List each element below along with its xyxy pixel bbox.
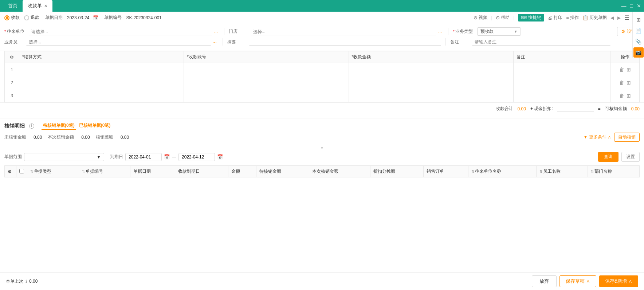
keyboard-icon: ⌨ [521,15,527,20]
summary-input[interactable] [249,38,441,46]
right-panel-doc-btn[interactable]: 📄 [633,26,644,36]
prev-arrow[interactable]: ◀ [610,15,614,20]
minimize-btn[interactable]: — [621,3,627,9]
filter-row: 单据范围 ▼ 到期日 📅 — 📅 查询 设置 [4,152,640,162]
remark-col-header: 备注 [513,51,610,63]
print-action[interactable]: 🖨 打印 [548,15,562,21]
row-1-actions: 🗑 ⊞ [610,67,639,72]
calendar-icon[interactable]: 📅 [93,15,98,20]
print-icon: 🖨 [548,15,553,20]
gear-icon: ⚙ [621,29,625,34]
tab-receipt[interactable]: 收款单 ✕ [23,0,52,12]
toolbar: 收款 退款 单据日期 2023-03-24 📅 单据编号 SK-20230324… [0,12,644,24]
verify-amount: 0.00 [81,135,90,140]
store-input[interactable] [251,28,437,35]
row-3-copy-btn[interactable]: ⊞ [627,93,631,99]
receipt-refund-radio: 收款 退款 [4,15,39,21]
row-2-delete-btn[interactable]: 🗑 [619,80,624,86]
receipt-table-container: ⚙ *结算方式 *收款账号 *收款金额 备注 操作 [0,51,644,102]
refund-radio[interactable]: 退款 [24,15,39,21]
receipt-radio-circle [4,15,9,20]
date-to-input[interactable] [178,153,215,161]
date-from-input[interactable] [125,153,162,161]
window-controls: — □ ✕ [621,3,641,9]
filter-settings-btn[interactable]: 设置 [621,152,640,162]
row-2-actions: 🗑 ⊞ [610,80,639,86]
row-3-delete-btn[interactable]: 🗑 [619,93,624,99]
doc-number-value: SK-20230324-001 [126,15,161,20]
amount-col-header: *收款金额 [349,51,513,63]
staff-ellipsis-btn[interactable]: ··· [211,39,218,45]
collapse-indicator[interactable]: ▼ [4,145,640,150]
operations-icon: ≡ [566,15,569,20]
party-name-col: ⇅往来单位名称 [468,166,536,177]
unverified-amount: 0.00 [34,135,42,140]
shortcut-btn[interactable]: ⌨ 快捷键 [518,14,544,21]
query-btn[interactable]: 查询 [598,152,619,162]
verify-tabs: 待核销单据(0笔) 已核销单据(0笔) [42,122,112,130]
receipt-table: ⚙ *结算方式 *收款账号 *收款金额 备注 操作 [4,51,640,102]
summary-field: 摘要 [227,38,441,46]
calendar-from-icon[interactable]: 📅 [164,154,170,160]
table-row: 2 🗑 ⊞ [5,76,640,89]
table-settings-col[interactable]: ⚙ [5,51,19,63]
right-panel-table-btn[interactable]: ⊞ [633,15,644,25]
form-row-2: 业务员 ··· 摘要 备注 [4,38,640,46]
bottom-bar: 本单上次 ℹ 0.00 放弃 保存草稿 ∧ 保存&新增 ∧ [0,272,644,290]
right-panel-clip-btn[interactable]: 📎 [633,36,644,47]
more-conditions-btn[interactable]: ▼ 更多条件 ∧ [583,134,611,140]
filter-btns: 查询 设置 [598,152,640,162]
refund-radio-circle [24,15,29,20]
discard-btn[interactable]: 放弃 [532,275,557,287]
row-1-copy-btn[interactable]: ⊞ [627,67,631,72]
help-icon: ⊙ [496,15,500,20]
tab-done[interactable]: 已核销单据(0笔) [78,122,112,130]
save-draft-btn[interactable]: 保存草稿 ∧ [559,275,596,287]
range-select[interactable]: ▼ [24,153,104,161]
tab-pending[interactable]: 待核销单据(0笔) [42,122,76,130]
bottom-left: 本单上次 ℹ 0.00 [6,278,38,285]
tab-home[interactable]: 首页 [3,0,23,12]
sales-order-col: 销售订单 [423,166,468,177]
close-btn[interactable]: ✕ [637,3,641,9]
help-action[interactable]: ⊙ 帮助 [496,15,510,21]
doc-num-col: ⇅单据编号 [79,166,130,177]
store-ellipsis-btn[interactable]: ··· [436,29,444,35]
maximize-btn[interactable]: □ [630,3,633,9]
history-action[interactable]: 📋 历史单据 [582,15,607,21]
verify-amount-col: 本次核销金额 [309,166,370,177]
date-field: 单据日期 2023-03-24 📅 [45,15,98,21]
calendar-to-icon[interactable]: 📅 [217,154,223,160]
next-arrow[interactable]: ▶ [617,15,621,20]
party-ellipsis-btn[interactable]: ··· [212,29,220,35]
verify-info-icon[interactable]: i [29,124,34,129]
receipt-radio[interactable]: 收款 [4,15,20,21]
auto-verify-btn[interactable]: 自动核销 [614,133,640,142]
list-view-icon[interactable]: ☰ [624,14,629,21]
prev-icon: ℹ [25,279,27,284]
remark-field: 备注 [450,38,610,46]
select-all-checkbox[interactable] [19,169,24,173]
staff-input[interactable] [26,38,211,46]
right-panel-camera-btn[interactable]: 📷 [633,47,644,58]
row-1-delete-btn[interactable]: 🗑 [619,67,624,72]
staff-field: 业务员 ··· [4,38,218,46]
operations-action[interactable]: ≡ 操作 [566,15,579,21]
chevron-down-icon: ▼ [514,30,518,34]
business-type-select[interactable]: 预收款 ▼ [477,27,521,36]
tab-close-icon[interactable]: ✕ [44,4,47,8]
save-new-btn[interactable]: 保存&新增 ∧ [599,275,638,287]
doc-date-col: 单据日期 [130,166,175,177]
total-value: 0.00 [518,106,526,111]
video-action[interactable]: ⊙ 视频 [474,15,487,21]
amount-col: 金额 [228,166,256,177]
detail-settings-col[interactable]: ⚙ [5,166,16,177]
remark-input[interactable] [472,38,610,46]
party-input[interactable] [29,28,212,35]
bottom-actions: 放弃 保存草稿 ∧ 保存&新增 ∧ [532,275,638,287]
range-field: 单据范围 ▼ [4,153,104,161]
row-2-copy-btn[interactable]: ⊞ [627,80,631,86]
discount-input[interactable] [557,106,594,111]
range-chevron-icon: ▼ [97,154,101,160]
net-value: 0.00 [631,106,640,111]
